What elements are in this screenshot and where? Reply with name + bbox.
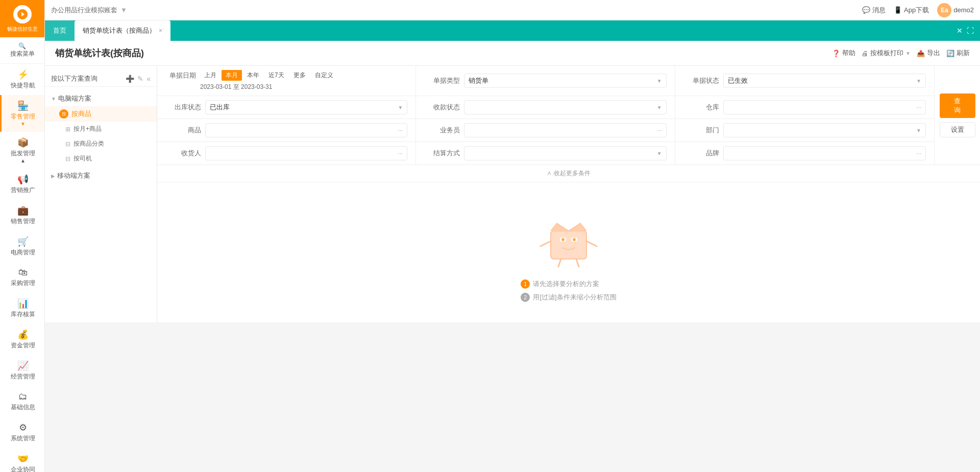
product-label: 商品	[165, 126, 201, 135]
tab-home[interactable]: 首页	[45, 20, 75, 41]
download-icon: 📱	[894, 6, 902, 14]
settle-field[interactable]: ▼	[464, 146, 666, 160]
category-label: 按商品分类	[74, 139, 104, 148]
help-btn[interactable]: ❓ 帮助	[832, 49, 855, 58]
warehouse-more-btn[interactable]: ···	[916, 104, 921, 111]
sidebar-item-finance[interactable]: 💰 资金管理	[0, 324, 45, 355]
marketing-label: 营销推广	[4, 186, 42, 195]
retail-label: 零售管理	[4, 112, 42, 121]
basic-icon: 🗂	[4, 391, 42, 402]
tree-item-by-category[interactable]: ⊟ 按商品分类	[45, 136, 157, 151]
filter-cell-doc-status: 单据状态 已生效 ▼	[675, 66, 934, 96]
filter-cell-dept: 部门 ▼	[675, 119, 934, 141]
brand-field[interactable]: ···	[723, 146, 926, 160]
edit-scheme-btn[interactable]: ✎	[137, 75, 143, 83]
tab-maximize-btn[interactable]: ⛶	[967, 27, 974, 35]
messages-btn[interactable]: 💬 消息	[862, 6, 886, 15]
collect-status-field[interactable]: ▼	[464, 100, 666, 114]
add-scheme-btn[interactable]: ➕	[126, 75, 134, 83]
page-header-actions: ❓ 帮助 🖨 按模板打印 ▼ 📤 导出 🔄 刷新	[832, 49, 970, 64]
doc-type-field[interactable]: 销货单 ▼	[464, 74, 666, 88]
sidebar-item-enterprise[interactable]: 🤝 企业协同	[0, 448, 45, 472]
tab-close-btn[interactable]: ×	[159, 27, 162, 34]
sidebar-item-purchase[interactable]: 🛍 采购管理	[0, 262, 45, 293]
svg-line-7	[558, 259, 561, 267]
tree-group-desktop[interactable]: ▼ 电脑端方案	[45, 91, 157, 106]
app-download-btn[interactable]: 📱 App下载	[894, 6, 929, 15]
dept-arrow: ▼	[916, 128, 921, 133]
doc-status-arrow: ▼	[916, 78, 921, 84]
product-field[interactable]: ···	[205, 123, 407, 137]
sidebar-item-retail[interactable]: 🏪 零售管理 ▼	[0, 95, 45, 132]
out-status-field[interactable]: 已出库 ▼	[205, 100, 407, 114]
svg-point-3	[561, 238, 565, 241]
sidebar-item-ecommerce[interactable]: 🛒 电商管理	[0, 231, 45, 262]
sidebar-item-quick-nav[interactable]: ⚡ 快捷导航	[0, 64, 45, 95]
app-download-label: App下载	[904, 6, 929, 15]
date-range-display: 2023-03-01 至 2023-03-31	[165, 83, 272, 91]
refresh-btn[interactable]: 🔄 刷新	[946, 49, 970, 58]
date-tab-this-year[interactable]: 本年	[243, 70, 263, 81]
page-title: 销货单统计表(按商品)	[55, 47, 144, 65]
settle-label: 结算方式	[424, 149, 460, 158]
tab-home-label: 首页	[53, 26, 66, 35]
tab-close-window-btn[interactable]: ✕	[957, 27, 963, 35]
tree-item-by-org[interactable]: ⊟ 按司机	[45, 151, 157, 166]
sidebar-item-marketing[interactable]: 📢 营销推广	[0, 169, 45, 200]
salesman-more-btn[interactable]: ···	[657, 127, 662, 134]
search-label: 搜索菜单	[3, 50, 42, 58]
tree-item-by-month-product[interactable]: ⊞ 按月+商品	[45, 122, 157, 136]
print-dropdown-icon[interactable]: ▼	[905, 51, 911, 56]
page-content: 销货单统计表(按商品) ❓ 帮助 🖨 按模板打印 ▼ 📤 导出 🔄 刷新	[45, 41, 980, 472]
brand-more-btn[interactable]: ···	[916, 150, 921, 157]
top-bar-right: 💬 消息 📱 App下载 Ea demo2	[862, 3, 974, 17]
export-label: 导出	[927, 49, 940, 58]
collect-status-label: 收款状态	[424, 103, 460, 112]
doc-status-field[interactable]: 已生效 ▼	[723, 74, 926, 88]
basic-label: 基础信息	[4, 403, 42, 412]
month-product-icon: ⊞	[65, 126, 70, 133]
sidebar-item-operations[interactable]: 📈 经营管理	[0, 355, 45, 386]
query-button[interactable]: 查询	[940, 93, 975, 118]
messages-label: 消息	[872, 6, 886, 15]
filter-cell-settle: 结算方式 ▼	[416, 142, 675, 164]
refresh-label: 刷新	[957, 49, 970, 58]
breadcrumb-dropdown-icon[interactable]: ▼	[120, 6, 127, 14]
date-tab-7days[interactable]: 近7天	[264, 70, 288, 81]
dept-field[interactable]: ▼	[723, 123, 926, 137]
operations-label: 经营管理	[4, 372, 42, 381]
tab-active[interactable]: 销货单统计表（按商品） ×	[75, 20, 170, 41]
operations-icon: 📈	[4, 360, 42, 371]
salesman-field[interactable]: ···	[464, 123, 666, 137]
tree-item-by-product[interactable]: 按 按商品	[45, 106, 157, 122]
expand-icon: ▼	[4, 121, 42, 127]
sidebar-item-inventory[interactable]: 📊 库存核算	[0, 293, 45, 324]
warehouse-label: 仓库	[683, 103, 719, 112]
date-tab-this-month[interactable]: 本月	[222, 70, 242, 81]
recipient-more-btn[interactable]: ···	[398, 150, 403, 157]
sidebar-item-basic[interactable]: 🗂 基础信息	[0, 386, 45, 417]
collapse-bar[interactable]: ∧ 收起更多条件	[157, 165, 980, 182]
warehouse-field[interactable]: ···	[723, 100, 926, 114]
tree-group-mobile[interactable]: ▶ 移动端方案	[45, 168, 157, 183]
date-tab-more[interactable]: 更多	[289, 70, 310, 81]
empty-tip-1-text: 请先选择要分析的方案	[533, 279, 599, 289]
sidebar-item-system[interactable]: ⚙ 系统管理	[0, 417, 45, 448]
template-print-btn[interactable]: 🖨 按模板打印 ▼	[862, 49, 911, 58]
export-btn[interactable]: 📤 导出	[917, 49, 940, 58]
sidebar-item-search[interactable]: 🔍 搜索菜单	[0, 37, 45, 64]
date-tab-last-month[interactable]: 上月	[200, 70, 220, 81]
category-icon: ⊟	[65, 140, 70, 148]
sidebar-item-sales[interactable]: 💼 销售管理	[0, 200, 45, 231]
collapse-panel-btn[interactable]: «	[146, 75, 151, 83]
main-area: 办公用品行业模拟账套 ▼ 💬 消息 📱 App下载 Ea demo2 首页 销货…	[45, 0, 980, 472]
settings-button[interactable]: 设置	[940, 122, 975, 137]
user-profile[interactable]: Ea demo2	[937, 3, 974, 17]
date-tab-custom[interactable]: 自定义	[311, 70, 337, 81]
product-more-btn[interactable]: ···	[398, 127, 403, 134]
sidebar-item-wholesale[interactable]: 📦 批发管理 ▲	[0, 132, 45, 169]
recipient-field[interactable]: ···	[205, 146, 407, 160]
ecommerce-label: 电商管理	[4, 248, 42, 257]
logo-icon	[13, 5, 32, 23]
right-area: 单据日期 上月 本月 本年 近7天 更多 自定义	[157, 66, 980, 322]
